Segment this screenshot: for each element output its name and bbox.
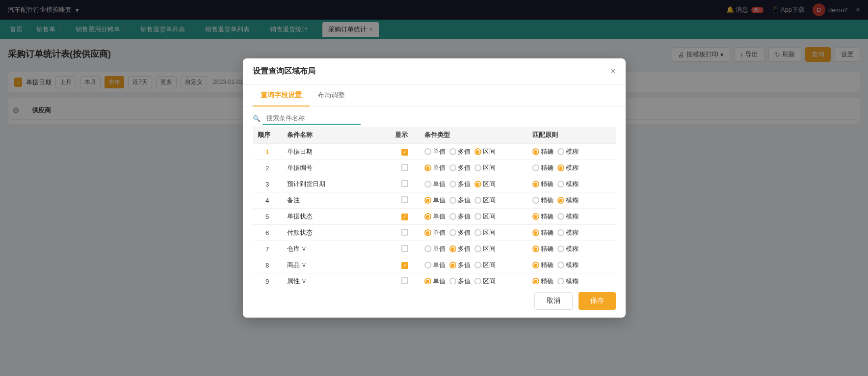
modal-overlay: 设置查询区域布局 × 查询字段设置 布局调整 🔍 顺序 条件名称 — [0, 0, 868, 132]
search-icon: 🔍 — [253, 115, 261, 122]
table-header-row: 顺序 条件名称 显示 条件类型 匹配原则 — [253, 127, 616, 132]
modal-header: 设置查询区域布局 × — [243, 58, 626, 85]
modal-table-wrap: 顺序 条件名称 显示 条件类型 匹配原则 1单据日期✓单值多值区间精确模糊2单据… — [243, 127, 626, 132]
tab-query-fields[interactable]: 查询字段设置 — [253, 85, 310, 107]
modal-tabs: 查询字段设置 布局调整 — [243, 85, 626, 107]
search-input[interactable] — [263, 112, 361, 125]
col-header-match: 匹配原则 — [527, 127, 616, 132]
tab-layout-label: 布局调整 — [317, 91, 345, 99]
modal-search-area: 🔍 — [243, 107, 626, 127]
col-header-type: 条件类型 — [420, 127, 527, 132]
tab-query-fields-label: 查询字段设置 — [261, 91, 302, 99]
tab-layout[interactable]: 布局调整 — [310, 85, 353, 107]
col-header-display: 显示 — [390, 127, 420, 132]
modal-title: 设置查询区域布局 — [253, 66, 316, 77]
modal-close-button[interactable]: × — [610, 66, 616, 77]
modal-dialog: 设置查询区域布局 × 查询字段设置 布局调整 🔍 顺序 条件名称 — [243, 58, 626, 132]
col-header-name: 条件名称 — [282, 127, 390, 132]
col-header-order: 顺序 — [253, 127, 282, 132]
conditions-table: 顺序 条件名称 显示 条件类型 匹配原则 1单据日期✓单值多值区间精确模糊2单据… — [253, 127, 616, 132]
